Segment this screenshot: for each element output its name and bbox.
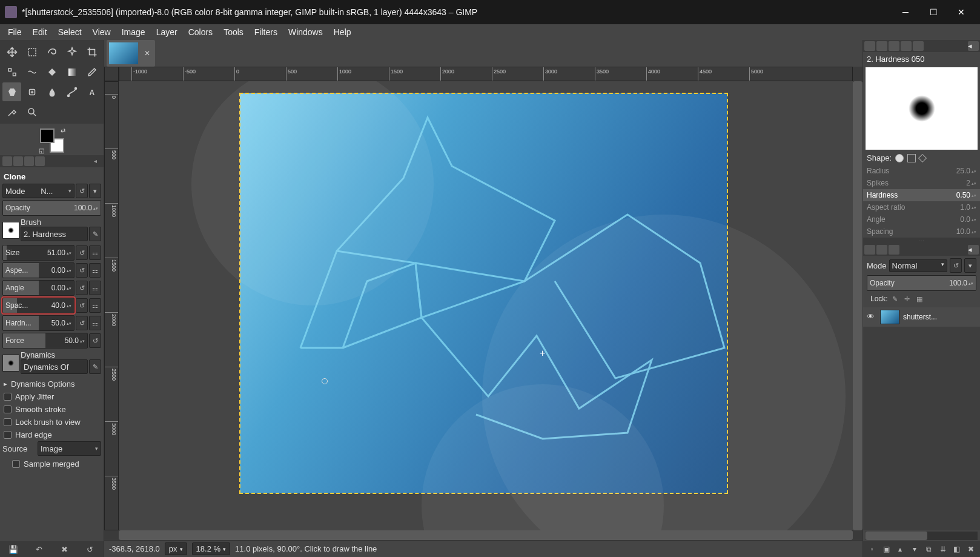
dynamics-preview[interactable] (2, 355, 19, 372)
crop-tool[interactable] (82, 42, 101, 61)
zoom-select[interactable]: 18.2 %▾ (192, 542, 230, 555)
pencil-tool[interactable] (82, 62, 101, 81)
tab-menu-icon[interactable]: ◂ (94, 158, 101, 165)
size-slider[interactable]: Size51.00▴▾ (2, 245, 74, 261)
warp-tool[interactable] (22, 62, 41, 81)
panel-grip[interactable]: ⋯ (863, 238, 980, 244)
brush-large-preview[interactable] (866, 67, 978, 150)
new-layer-button[interactable]: ▫ (867, 544, 878, 555)
path-tool[interactable] (62, 82, 81, 101)
opacity-slider[interactable]: Opacity 100.0 ▴▾ (2, 200, 101, 216)
tab-paint-dynamics[interactable] (913, 41, 924, 51)
dynamics-options-expander[interactable]: ▸ Dynamics Options (2, 378, 101, 390)
tab-paths[interactable] (889, 245, 899, 255)
canvas[interactable]: + (240, 93, 727, 493)
aspect-link-button[interactable]: ⚏ (89, 263, 101, 278)
lock-brush-checkbox[interactable] (4, 418, 12, 426)
layer-mode-menu[interactable]: ▾ (964, 258, 976, 273)
tab-patterns[interactable] (876, 41, 887, 51)
dynamics-select[interactable]: Dynamics Of (21, 359, 88, 374)
layer-item[interactable]: 👁 shutterst... (863, 307, 980, 327)
default-colors-icon[interactable]: ◱ (39, 147, 44, 154)
lock-position-icon[interactable]: ✛ (902, 294, 912, 304)
spacing-link-button[interactable]: ⚏ (89, 298, 101, 313)
tab-device-status[interactable] (13, 156, 23, 166)
text-tool[interactable]: A (82, 82, 101, 101)
menu-filters[interactable]: Filters (249, 25, 283, 39)
shape-square[interactable] (907, 154, 916, 162)
brush-hardness-prop[interactable]: Hardness0.50▴▾ (863, 189, 980, 201)
mode-menu-button[interactable]: ▾ (89, 184, 101, 198)
minimize-button[interactable]: ─ (892, 2, 919, 22)
force-reset-button[interactable]: ↺ (89, 333, 101, 348)
lock-alpha-icon[interactable]: ▦ (915, 294, 924, 304)
size-reset-button[interactable]: ↺ (76, 245, 88, 260)
scrollbar-horizontal[interactable] (119, 530, 853, 540)
tab-brushes[interactable] (864, 41, 875, 51)
color-swatch[interactable]: ⇄ ◱ (40, 128, 64, 153)
dynamics-edit-button[interactable]: ✎ (89, 359, 101, 374)
close-tab-icon[interactable]: ✕ (142, 49, 153, 58)
rect-select-tool[interactable] (22, 42, 41, 61)
aspect-reset-button[interactable]: ↺ (76, 263, 88, 278)
angle-reset-button[interactable]: ↺ (76, 281, 88, 295)
menu-colors[interactable]: Colors (183, 25, 218, 39)
raise-layer-button[interactable]: ▴ (895, 544, 906, 555)
brush-edit-button[interactable]: ✎ (89, 227, 101, 241)
tab-layers[interactable] (864, 245, 875, 255)
source-select[interactable]: Image▾ (38, 441, 101, 456)
tab-history[interactable] (901, 41, 912, 51)
hard-edge-checkbox[interactable] (4, 431, 12, 439)
tab-tool-options[interactable] (2, 156, 12, 166)
new-group-button[interactable]: ▣ (881, 544, 892, 555)
menu-file[interactable]: File (2, 25, 27, 39)
menu-help[interactable]: Help (328, 25, 357, 39)
lock-pixels-icon[interactable]: ✎ (890, 294, 900, 304)
tab-images[interactable] (35, 156, 45, 166)
move-tool[interactable] (2, 42, 21, 61)
hardness-link-button[interactable]: ⚏ (89, 316, 101, 330)
smooth-stroke-checkbox[interactable] (4, 405, 12, 413)
apply-jitter-checkbox[interactable] (4, 393, 12, 401)
mode-select[interactable]: Mode N... ▾ (2, 184, 74, 198)
merge-layer-button[interactable]: ⇊ (938, 544, 949, 555)
zoom-tool[interactable] (22, 102, 41, 121)
layer-mode-reset[interactable]: ↺ (950, 258, 962, 273)
swap-colors-icon[interactable]: ⇄ (61, 127, 65, 134)
free-select-tool[interactable] (42, 42, 61, 61)
smudge-tool[interactable] (42, 82, 61, 101)
scrollbar-vertical[interactable] (853, 81, 862, 530)
bucket-tool[interactable] (42, 62, 61, 81)
foreground-color[interactable] (40, 128, 55, 143)
layers-scrollbar[interactable] (866, 532, 978, 540)
shape-diamond[interactable] (918, 153, 927, 162)
color-picker-tool[interactable] (2, 102, 21, 121)
menu-windows[interactable]: Windows (283, 25, 328, 39)
tab-fonts[interactable] (889, 41, 899, 51)
menu-image[interactable]: Image (116, 25, 151, 39)
angle-link-button[interactable]: ⚏ (89, 281, 101, 295)
shape-circle[interactable] (895, 154, 904, 162)
menu-edit[interactable]: Edit (27, 25, 53, 39)
aspect-slider[interactable]: Aspe...0.00▴▾ (2, 262, 74, 278)
menu-layer[interactable]: Layer (151, 25, 183, 39)
force-slider[interactable]: Force50.0▴▾ (2, 333, 88, 349)
duplicate-layer-button[interactable]: ⧉ (923, 544, 934, 555)
tab-channels[interactable] (876, 245, 887, 255)
spacing-slider[interactable]: Spac...40.0▴▾ (2, 298, 74, 313)
spacing-reset-button[interactable]: ↺ (76, 298, 88, 313)
mask-layer-button[interactable]: ◧ (952, 544, 962, 555)
heal-tool[interactable] (22, 82, 41, 101)
close-button[interactable]: ✕ (947, 2, 975, 22)
maximize-button[interactable]: ☐ (919, 2, 947, 22)
hardness-reset-button[interactable]: ↺ (76, 316, 88, 330)
menu-view[interactable]: View (87, 25, 116, 39)
size-link-button[interactable]: ⚏ (89, 245, 101, 260)
image-tab[interactable]: ✕ (107, 40, 155, 67)
gradient-tool[interactable] (62, 62, 81, 81)
spinner-icon[interactable]: ▴▾ (93, 206, 98, 210)
save-options-button[interactable]: 💾 (8, 544, 19, 555)
angle-slider[interactable]: Angle0.00▴▾ (2, 280, 74, 296)
delete-layer-button[interactable]: ✖ (965, 544, 976, 555)
transform-tool[interactable] (2, 62, 21, 81)
